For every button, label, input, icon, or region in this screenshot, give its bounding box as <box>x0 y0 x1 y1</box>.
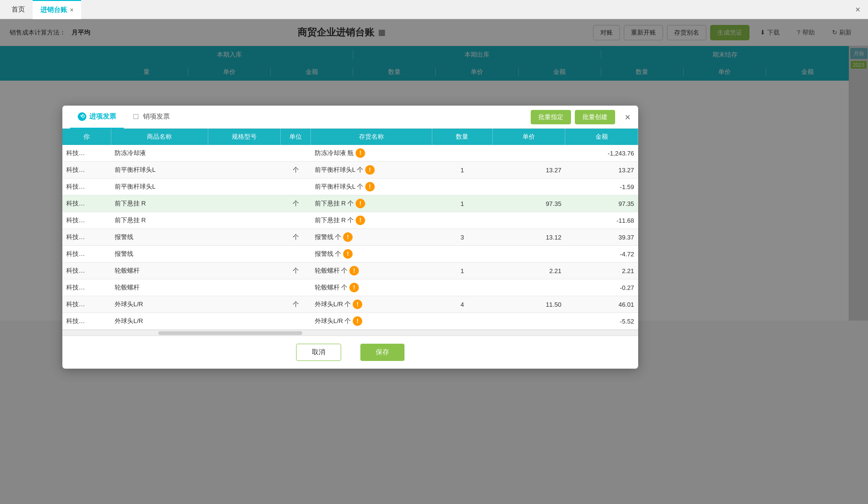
modal-tab-outgoing[interactable]: ☐ 销项发票 <box>124 106 178 129</box>
cell-qty <box>432 212 492 229</box>
incoming-invoice-icon: ⟲ <box>78 112 86 121</box>
modal-close-button[interactable]: × <box>625 111 630 122</box>
cell-company: 科技… <box>62 162 111 179</box>
cell-product: 前平衡杆球头L <box>111 162 208 179</box>
cell-spec <box>208 145 281 162</box>
warn-icon: ! <box>356 148 365 158</box>
cell-spec <box>208 263 281 279</box>
modal-tab-incoming[interactable]: ⟲ 进项发票 <box>70 106 124 129</box>
modal-dialog: ⟲ 进项发票 ☐ 销项发票 批量指定 批量创建 × 你 商品名称 规格型号 <box>62 106 638 369</box>
tab-home[interactable]: 首页 <box>4 0 33 19</box>
cancel-button[interactable]: 取消 <box>296 344 341 361</box>
table-row[interactable]: 科技… 外球头L/R 外球头L/R 个 ! -5.52 <box>62 313 638 330</box>
th-amount: 金额 <box>565 129 638 145</box>
table-row[interactable]: 科技… 前下悬挂 R 前下悬挂 R 个 ! -11.68 <box>62 212 638 229</box>
cell-product: 轮毂螺杆 <box>111 263 208 279</box>
window-close-button[interactable]: × <box>855 4 860 14</box>
cell-company: 科技… <box>62 279 111 296</box>
cell-amount: -4.72 <box>565 246 638 263</box>
th-price: 单价 <box>492 129 565 145</box>
cell-inventory: 防冻冷却液 瓶 ! <box>311 145 432 162</box>
cell-amount: -0.27 <box>565 279 638 296</box>
cell-unit: 个 <box>281 162 311 179</box>
table-row[interactable]: 科技… 前平衡杆球头L 前平衡杆球头L 个 ! -1.59 <box>62 179 638 195</box>
table-row[interactable]: 科技… 轮毂螺杆 个 轮毂螺杆 个 ! 1 2.21 2.21 <box>62 263 638 279</box>
warn-icon: ! <box>365 165 375 175</box>
batch-create-button[interactable]: 批量创建 <box>575 110 615 124</box>
cell-unit: 个 <box>281 263 311 279</box>
batch-assign-button[interactable]: 批量指定 <box>531 110 571 124</box>
table-row[interactable]: 科技… 前平衡杆球头L 个 前平衡杆球头L 个 ! 1 13.27 13.27 <box>62 162 638 179</box>
cell-inventory: 外球头L/R 个 ! <box>311 296 432 313</box>
cell-unit <box>281 279 311 296</box>
warn-icon: ! <box>353 316 362 326</box>
table-row[interactable]: 科技… 轮毂螺杆 轮毂螺杆 个 ! -0.27 <box>62 279 638 296</box>
tab-ledger-label: 进销台账 <box>40 6 67 14</box>
modal-scroll-thumb[interactable] <box>158 331 302 335</box>
warn-icon: ! <box>349 283 359 292</box>
th-product: 商品名称 <box>111 129 208 145</box>
cell-spec <box>208 212 281 229</box>
table-row[interactable]: 科技… 防冻冷却液 防冻冷却液 瓶 ! -1,243.76 <box>62 145 638 162</box>
table-row[interactable]: 科技… 前下悬挂 R 个 前下悬挂 R 个 ! 1 97.35 97.35 <box>62 195 638 212</box>
cell-unit: 个 <box>281 296 311 313</box>
cell-spec <box>208 313 281 330</box>
cell-company: 科技… <box>62 246 111 263</box>
th-spec: 规格型号 <box>208 129 281 145</box>
cell-spec <box>208 162 281 179</box>
th-unit: 单位 <box>281 129 311 145</box>
cell-spec <box>208 229 281 246</box>
save-button[interactable]: 保存 <box>360 344 404 361</box>
outgoing-invoice-label: 销项发票 <box>143 112 170 121</box>
modal-table-container[interactable]: 你 商品名称 规格型号 单位 存货名称 数量 单价 金额 科技… 防冻冷却液 防… <box>62 129 638 330</box>
cell-qty <box>432 179 492 195</box>
th-company: 你 <box>62 129 111 145</box>
warn-icon: ! <box>343 249 353 259</box>
tab-ledger-close[interactable]: × <box>70 7 73 13</box>
cell-company: 科技… <box>62 229 111 246</box>
cell-qty: 1 <box>432 162 492 179</box>
cell-amount: -5.52 <box>565 313 638 330</box>
table-row[interactable]: 科技… 报警线 报警线 个 ! -4.72 <box>62 246 638 263</box>
cell-unit <box>281 145 311 162</box>
modal-action-buttons: 批量指定 批量创建 <box>531 110 615 124</box>
cell-price <box>492 279 565 296</box>
warn-icon: ! <box>349 266 359 276</box>
tab-ledger[interactable]: 进销台账 × <box>33 0 81 19</box>
cell-spec <box>208 296 281 313</box>
incoming-invoice-label: 进项发票 <box>89 112 116 121</box>
cell-amount: 97.35 <box>565 195 638 212</box>
table-row[interactable]: 科技… 报警线 个 报警线 个 ! 3 13.12 39.37 <box>62 229 638 246</box>
cell-amount: 46.01 <box>565 296 638 313</box>
table-row[interactable]: 科技… 外球头L/R 个 外球头L/R 个 ! 4 11.50 46.01 <box>62 296 638 313</box>
cell-company: 科技… <box>62 263 111 279</box>
cell-qty: 1 <box>432 195 492 212</box>
cell-company: 科技… <box>62 313 111 330</box>
cell-spec <box>208 279 281 296</box>
cell-product: 报警线 <box>111 246 208 263</box>
warn-icon: ! <box>343 232 353 242</box>
tab-home-label: 首页 <box>12 5 25 14</box>
cell-price <box>492 212 565 229</box>
cell-product: 外球头L/R <box>111 296 208 313</box>
cell-inventory: 前平衡杆球头L 个 ! <box>311 179 432 195</box>
cell-inventory: 前下悬挂 R 个 ! <box>311 195 432 212</box>
cell-unit: 个 <box>281 229 311 246</box>
cell-qty <box>432 246 492 263</box>
cell-qty <box>432 313 492 330</box>
cell-unit <box>281 179 311 195</box>
cell-price: 97.35 <box>492 195 565 212</box>
cell-amount: 39.37 <box>565 229 638 246</box>
cell-price: 2.21 <box>492 263 565 279</box>
modal-scrollbar[interactable] <box>62 330 638 336</box>
cell-product: 前平衡杆球头L <box>111 179 208 195</box>
cell-amount: -11.68 <box>565 212 638 229</box>
th-qty: 数量 <box>432 129 492 145</box>
cell-unit: 个 <box>281 195 311 212</box>
modal-header: ⟲ 进项发票 ☐ 销项发票 批量指定 批量创建 × <box>62 106 638 129</box>
cell-amount: 2.21 <box>565 263 638 279</box>
cell-company: 科技… <box>62 145 111 162</box>
invoice-table: 你 商品名称 规格型号 单位 存货名称 数量 单价 金额 科技… 防冻冷却液 防… <box>62 129 638 330</box>
main-area: 销售成本计算方法： 月平均 商贸企业进销台账 ▦ 对账 重新开账 存货别名 生成… <box>0 19 868 504</box>
cell-inventory: 轮毂螺杆 个 ! <box>311 263 432 279</box>
